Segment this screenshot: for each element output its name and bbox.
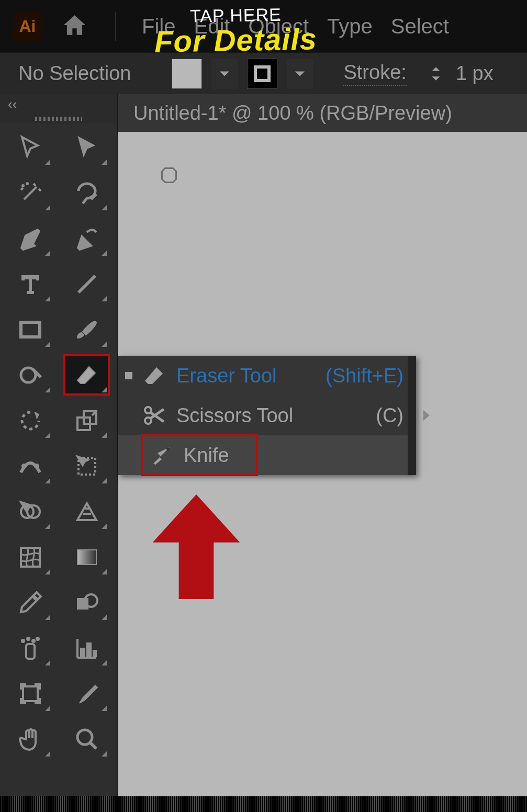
bottom-artifact bbox=[0, 796, 527, 812]
paintbrush-tool[interactable] bbox=[64, 310, 109, 349]
svg-rect-12 bbox=[77, 550, 96, 565]
panel-grip[interactable] bbox=[0, 114, 117, 123]
document-tab[interactable]: Untitled-1* @ 100 % (RGB/Preview) bbox=[118, 94, 527, 132]
perspective-grid-tool[interactable] bbox=[64, 492, 109, 531]
flyout-expand-icon[interactable] bbox=[423, 410, 430, 421]
slice-tool[interactable] bbox=[64, 674, 109, 713]
stroke-swatch[interactable] bbox=[247, 59, 277, 89]
svg-rect-11 bbox=[21, 548, 40, 567]
flyout-scissors[interactable]: Scissors Tool (C) bbox=[118, 396, 416, 435]
annotation-arrow-icon bbox=[152, 494, 241, 601]
gradient-tool[interactable] bbox=[64, 537, 109, 577]
flyout-shortcut: (Shift+E) bbox=[326, 365, 403, 387]
artboard-tool[interactable] bbox=[8, 674, 52, 713]
svg-point-0 bbox=[22, 185, 24, 187]
menu-select[interactable]: Select bbox=[391, 15, 449, 38]
scissors-icon bbox=[142, 403, 167, 428]
toolbox: ‹‹ bbox=[0, 94, 118, 812]
svg-marker-25 bbox=[162, 168, 176, 183]
eraser-tool[interactable] bbox=[64, 355, 109, 394]
flyout-knife[interactable]: Knife bbox=[142, 435, 257, 475]
knife-icon bbox=[149, 443, 174, 468]
overlay-cta[interactable]: TAP HERE For Details bbox=[154, 5, 317, 58]
flyout-scrollbar[interactable] bbox=[408, 356, 416, 475]
svg-point-16 bbox=[21, 639, 25, 642]
selected-bullet-icon bbox=[125, 372, 132, 379]
svg-point-17 bbox=[27, 637, 30, 640]
rotate-tool[interactable] bbox=[8, 401, 52, 440]
svg-rect-20 bbox=[81, 648, 85, 657]
fill-dropdown[interactable] bbox=[211, 59, 238, 89]
pen-tool[interactable] bbox=[8, 219, 52, 258]
svg-point-24 bbox=[77, 730, 92, 745]
selection-label: No Selection bbox=[18, 62, 131, 85]
svg-point-7 bbox=[35, 464, 39, 468]
svg-rect-23 bbox=[23, 686, 38, 701]
flyout-label: Knife bbox=[184, 444, 229, 467]
shape-builder-tool[interactable] bbox=[8, 492, 52, 531]
eyedropper-tool[interactable] bbox=[8, 583, 52, 622]
collapse-button[interactable]: ‹‹ bbox=[0, 94, 117, 114]
svg-rect-22 bbox=[93, 650, 96, 657]
control-bar: No Selection Stroke: 1 px bbox=[0, 52, 527, 94]
svg-point-6 bbox=[22, 464, 26, 468]
zoom-tool[interactable] bbox=[64, 719, 109, 759]
menu-type[interactable]: Type bbox=[327, 15, 373, 38]
scale-tool[interactable] bbox=[64, 401, 109, 440]
ai-logo: Ai bbox=[13, 12, 42, 41]
svg-rect-2 bbox=[21, 322, 40, 337]
selection-tool[interactable] bbox=[8, 128, 52, 167]
mesh-tool[interactable] bbox=[8, 537, 52, 577]
fill-swatch[interactable] bbox=[172, 59, 202, 89]
divider bbox=[115, 12, 116, 41]
svg-point-19 bbox=[36, 637, 39, 640]
line-tool[interactable] bbox=[64, 264, 109, 303]
direct-selection-tool[interactable] bbox=[64, 128, 109, 167]
rectangle-tool[interactable] bbox=[8, 310, 52, 349]
flyout-eraser[interactable]: Eraser Tool (Shift+E) bbox=[118, 356, 416, 396]
svg-rect-15 bbox=[26, 644, 35, 659]
svg-point-1 bbox=[26, 183, 28, 185]
stroke-stepper[interactable] bbox=[425, 59, 446, 89]
lasso-tool[interactable] bbox=[64, 173, 109, 212]
svg-point-18 bbox=[32, 639, 35, 642]
symbol-sprayer-tool[interactable] bbox=[8, 628, 52, 668]
shaper-tool[interactable] bbox=[8, 355, 52, 394]
stroke-dropdown[interactable] bbox=[287, 59, 313, 89]
curvature-tool[interactable] bbox=[64, 219, 109, 258]
home-icon[interactable] bbox=[60, 12, 89, 40]
flyout-knife-row[interactable]: Knife bbox=[118, 435, 416, 475]
free-transform-tool[interactable] bbox=[64, 446, 109, 486]
eraser-icon bbox=[142, 363, 167, 388]
svg-point-28 bbox=[166, 447, 170, 450]
flyout-shortcut: (C) bbox=[376, 404, 403, 427]
stroke-value[interactable]: 1 px bbox=[456, 62, 494, 85]
column-graph-tool[interactable] bbox=[64, 628, 109, 668]
tool-flyout-menu: Eraser Tool (Shift+E) Scissors Tool (C) … bbox=[118, 356, 416, 475]
hand-tool[interactable] bbox=[8, 719, 52, 759]
stroke-label[interactable]: Stroke: bbox=[343, 61, 406, 86]
svg-rect-21 bbox=[87, 643, 91, 657]
blend-tool[interactable] bbox=[64, 583, 109, 622]
width-tool[interactable] bbox=[8, 446, 52, 486]
flyout-label: Scissors Tool bbox=[176, 404, 293, 427]
overlay-line2: For Details bbox=[154, 21, 317, 59]
magic-wand-tool[interactable] bbox=[8, 173, 52, 212]
flyout-label: Eraser Tool bbox=[176, 365, 277, 387]
eraser-cursor-icon bbox=[160, 166, 178, 185]
type-tool[interactable] bbox=[8, 264, 52, 303]
